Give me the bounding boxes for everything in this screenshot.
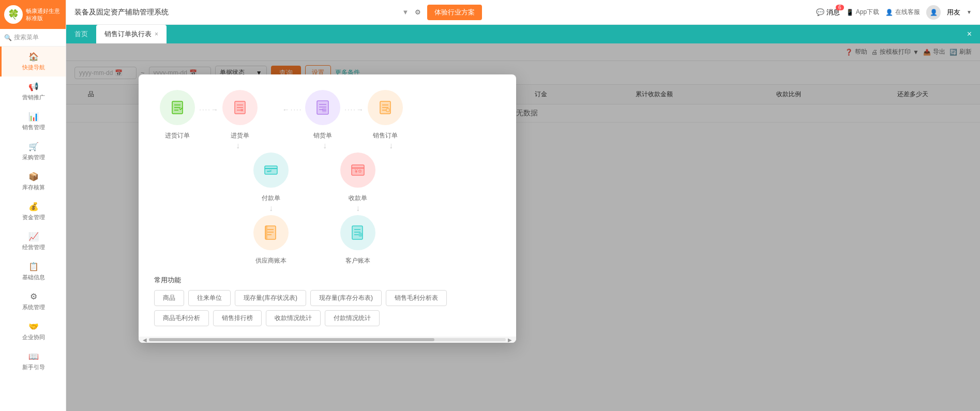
guide-icon: 📖 — [28, 352, 39, 361]
online-service-btn[interactable]: 👤 在线客服 — [885, 8, 920, 17]
nav-label-collab: 企业协同 — [22, 333, 45, 341]
btn-sales-gross[interactable]: 销售毛利分析表 — [386, 290, 447, 306]
modal-scrollbar: ◀ ▶ — [139, 337, 516, 343]
svg-text:¥: ¥ — [269, 169, 272, 173]
tab-home[interactable]: 首页 — [66, 25, 96, 43]
svg-rect-10 — [317, 101, 328, 114]
app-download-btn[interactable]: 📱 App下载 — [846, 8, 879, 17]
scrollbar-thumb[interactable] — [149, 338, 434, 341]
sidebar-item-finance[interactable]: 💰 资金管理 — [0, 196, 66, 226]
sidebar-item-purchase[interactable]: 🛒 采购管理 — [0, 136, 66, 166]
user-avatar: 👤 — [926, 5, 941, 20]
user-dropdown-icon[interactable]: ▼ — [967, 9, 972, 15]
sidebar-nav: 🏠 快捷导航 📢 营销推广 📊 销售管理 🛒 采购管理 📦 库存核算 💰 — [0, 47, 66, 411]
collab-icon: 🤝 — [28, 322, 39, 331]
close-all-tabs[interactable]: × — [967, 29, 980, 39]
purchase-order-icon — [160, 90, 195, 125]
nav-label-sales: 销售管理 — [22, 124, 45, 131]
flow-item-purchase-invoice[interactable]: 进货单 — [222, 90, 258, 140]
arrow-sales-order-to-invoice: ←···· — [278, 105, 306, 114]
purchase-invoice-icon — [222, 90, 258, 125]
purchase-icon: 🛒 — [28, 142, 39, 151]
dropdown-icon: ▼ — [402, 8, 409, 16]
btn-goods-gross[interactable]: 商品毛利分析 — [154, 310, 209, 326]
tab-close-sales-order[interactable]: × — [155, 31, 158, 38]
tab-sales-order[interactable]: 销售订单执行表 × — [96, 25, 167, 43]
scroll-right-btn[interactable]: ▶ — [506, 336, 514, 343]
sidebar-item-system[interactable]: ⚙ 系统管理 — [0, 286, 66, 316]
sales-icon: 📊 — [28, 112, 39, 121]
inventory-icon: 📦 — [28, 172, 39, 181]
payment-label: 付款单 — [262, 194, 280, 203]
top-bar: 装备及固定资产辅助管理系统 ▼ ⚙ 体验行业方案 💬 消息 6 📱 App下载 … — [66, 0, 980, 25]
sidebar-item-sales[interactable]: 📊 销售管理 — [0, 106, 66, 136]
tabs-bar: 首页 销售订单执行表 × × — [66, 25, 980, 43]
flow-item-sales-invoice[interactable]: 销货单 — [305, 90, 340, 140]
marketing-icon: 📢 — [28, 82, 39, 92]
customer-ledger-icon — [340, 215, 375, 250]
main-area: 装备及固定资产辅助管理系统 ▼ ⚙ 体验行业方案 💬 消息 6 📱 App下载 … — [66, 0, 980, 411]
message-icon: 💬 — [816, 8, 824, 16]
content-area: ❓ 帮助 🖨 按模板打印 ▼ 📤 导出 🔄 刷新 — [66, 43, 980, 411]
btn-receipt-stat[interactable]: 收款情况统计 — [266, 310, 321, 326]
sidebar-item-collab[interactable]: 🤝 企业协同 — [0, 316, 66, 346]
flow-item-customer-ledger[interactable]: 客户账本 — [340, 215, 375, 265]
btn-stock-dist[interactable]: 现存量(库存分布表) — [310, 290, 382, 306]
btn-stock-status[interactable]: 现存量(库存状况表) — [235, 290, 306, 306]
btn-sales-rank[interactable]: 销售排行榜 — [213, 310, 262, 326]
modal-overlay[interactable]: 进货订单 ····→ — [66, 43, 980, 411]
common-title: 常用功能 — [154, 276, 501, 285]
operations-icon: 📈 — [28, 232, 39, 241]
system-icon: ⚙ — [30, 292, 37, 301]
quick-nav-modal: 进货订单 ····→ — [139, 74, 516, 343]
service-icon: 👤 — [885, 9, 893, 16]
flow-item-payment[interactable]: ¥ 付款单 — [253, 153, 289, 203]
supplier-ledger-label: 供应商账本 — [255, 256, 287, 265]
user-label: 用友 — [947, 8, 960, 17]
btn-partners[interactable]: 往来单位 — [188, 290, 231, 306]
sidebar-item-operations[interactable]: 📈 经营管理 — [0, 226, 66, 256]
nav-label-system: 系统管理 — [22, 303, 45, 311]
nav-label-inventory: 库存核算 — [22, 184, 45, 191]
svg-rect-28 — [352, 165, 364, 175]
sidebar-item-guide[interactable]: 📖 新手引导 — [0, 346, 66, 376]
sidebar-item-inventory[interactable]: 📦 库存核算 — [0, 166, 66, 196]
nav-label-purchase: 采购管理 — [22, 154, 45, 161]
sidebar-item-basic[interactable]: 📋 基础信息 — [0, 256, 66, 286]
sidebar: 🍀 畅康通好生意 标准版 🔍 搜索菜单 🏠 快捷导航 📢 营销推广 📊 销售管理 — [0, 0, 66, 411]
basic-icon: 📋 — [28, 262, 39, 271]
sales-invoice-icon — [305, 90, 340, 125]
flow-item-purchase-order[interactable]: 进货订单 — [160, 90, 195, 140]
svg-point-43 — [358, 233, 363, 237]
flow-item-receipt[interactable]: ¥ 收款单 — [340, 153, 375, 203]
search-icon: 🔍 — [4, 34, 12, 41]
scroll-left-btn[interactable]: ◀ — [141, 336, 149, 343]
message-btn[interactable]: 💬 消息 6 — [816, 8, 840, 17]
purchase-order-label: 进货订单 — [165, 131, 190, 140]
payment-icon: ¥ — [253, 153, 289, 188]
sidebar-item-quick[interactable]: 🏠 快捷导航 — [0, 47, 66, 77]
btn-payment-stat[interactable]: 付款情况统计 — [325, 310, 380, 326]
nav-label-marketing: 营销推广 — [22, 94, 45, 101]
home-icon: 🏠 — [28, 52, 39, 62]
sidebar-search[interactable]: 🔍 搜索菜单 — [0, 29, 66, 47]
common-buttons: 商品 往来单位 现存量(库存状况表) 现存量(库存分布表) 销售毛利分析表 商品… — [154, 290, 501, 326]
settings-icon[interactable]: ⚙ — [415, 8, 421, 16]
flow-item-supplier-ledger[interactable]: 供应商账本 — [253, 215, 289, 265]
arrow-purchase-to-invoice: ····→ — [195, 105, 222, 114]
search-label: 搜索菜单 — [14, 33, 39, 42]
system-title: 装备及固定资产辅助管理系统 — [74, 8, 396, 17]
svg-rect-38 — [352, 226, 363, 239]
nav-label-guide: 新手引导 — [22, 363, 45, 371]
nav-label-finance: 资金管理 — [22, 214, 45, 221]
btn-goods[interactable]: 商品 — [154, 290, 184, 306]
scrollbar-track[interactable] — [149, 338, 506, 341]
customer-ledger-label: 客户账本 — [345, 256, 370, 265]
svg-text:¥: ¥ — [354, 169, 358, 174]
sidebar-logo: 🍀 畅康通好生意 标准版 — [0, 0, 66, 29]
arrow-invoice-to-sales-order: ····→ — [340, 105, 368, 114]
flow-item-sales-order[interactable]: 销售订单 — [368, 90, 403, 140]
sidebar-item-marketing[interactable]: 📢 营销推广 — [0, 77, 66, 106]
experience-btn[interactable]: 体验行业方案 — [427, 5, 482, 20]
finance-icon: 💰 — [28, 202, 39, 211]
